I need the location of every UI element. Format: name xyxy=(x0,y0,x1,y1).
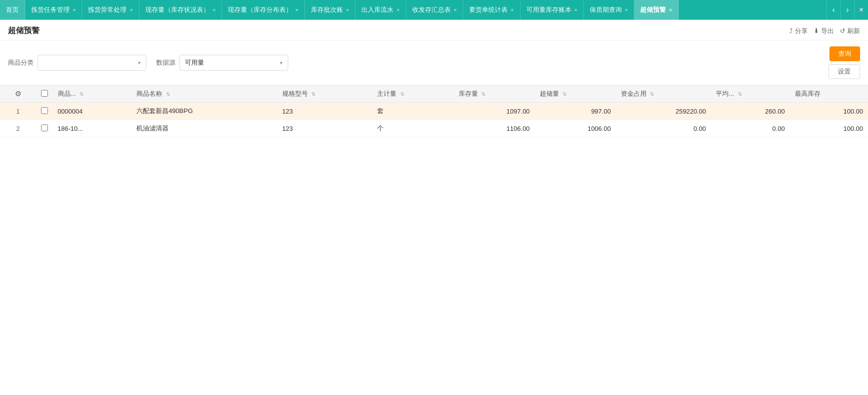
nav-item-home[interactable]: 首页 xyxy=(0,0,25,20)
category-select[interactable]: ▾ xyxy=(38,55,146,71)
share-button[interactable]: ⤴ 分享 xyxy=(789,27,808,36)
close-icon[interactable]: × xyxy=(213,7,216,13)
page-header: 超储预警 ⤴ 分享 ⬇ 导出 ↺ 刷新 xyxy=(0,20,868,40)
row-avg: 260.00 xyxy=(711,103,789,120)
col-stock-header[interactable]: 库存量 ⇅ xyxy=(454,85,535,103)
row-settings-cell: 1 xyxy=(0,103,36,120)
close-icon[interactable]: × xyxy=(625,7,628,13)
refresh-button[interactable]: ↺ 刷新 xyxy=(840,27,860,36)
nav-arrows: ‹ › × xyxy=(826,0,868,20)
close-icon[interactable]: × xyxy=(346,7,349,13)
category-label: 商品分类 xyxy=(8,58,34,67)
row-product-code: 186-10... xyxy=(53,120,131,137)
nav-item-exception[interactable]: 拣货异常处理 × xyxy=(82,0,139,20)
datasource-value: 可用量 xyxy=(185,58,204,67)
datasource-select[interactable]: 可用量 ▾ xyxy=(179,55,288,71)
refresh-icon: ↺ xyxy=(840,27,845,35)
col-overstock-header[interactable]: 超储量 ⇅ xyxy=(535,85,616,103)
sort-icon: ⇅ xyxy=(650,91,654,97)
row-max-stock: 100.00 xyxy=(790,103,868,120)
table-container: ⚙ 商品... ⇅ 商品名称 ⇅ 规格型号 ⇅ 主计量 xyxy=(0,85,868,137)
sort-icon: ⇅ xyxy=(80,91,84,97)
table-header-row: ⚙ 商品... ⇅ 商品名称 ⇅ 规格型号 ⇅ 主计量 xyxy=(0,85,868,103)
category-filter-group: 商品分类 ▾ xyxy=(8,55,146,71)
sort-icon: ⇅ xyxy=(738,91,742,97)
nav-item-task[interactable]: 拣货任务管理 × xyxy=(25,0,82,20)
row-max-stock: 100.00 xyxy=(790,120,868,137)
nav-next-button[interactable]: › xyxy=(840,0,854,20)
nav-item-stock-dist[interactable]: 现存量（库存分布表） × xyxy=(222,0,304,20)
query-button[interactable]: 查询 xyxy=(829,46,860,61)
page-actions: ⤴ 分享 ⬇ 导出 ↺ 刷新 xyxy=(789,27,860,36)
export-button[interactable]: ⬇ 导出 xyxy=(814,27,834,36)
datasource-label: 数据源 xyxy=(156,58,175,67)
col-settings-header[interactable]: ⚙ xyxy=(0,85,36,103)
select-all-checkbox[interactable] xyxy=(41,90,48,97)
datasource-filter-group: 数据源 可用量 ▾ xyxy=(156,55,288,71)
table-row: 2 186-10... 机油滤清器 123 个 1106.00 1006.00 … xyxy=(0,120,868,137)
nav-item-available[interactable]: 可用量库存账本 × xyxy=(521,0,584,20)
row-stock: 1097.00 xyxy=(454,103,535,120)
row-capital: 259220.00 xyxy=(616,103,711,120)
close-icon[interactable]: × xyxy=(511,7,514,13)
col-unit-header[interactable]: 主计量 ⇅ xyxy=(372,85,453,103)
nav-item-order-stats[interactable]: 要货单统计表 × xyxy=(463,0,520,20)
close-icon[interactable]: × xyxy=(396,7,399,13)
nav-bar: 首页 拣货任务管理 × 拣货异常处理 × 现存量（库存状况表） × 现存量（库存… xyxy=(0,0,868,20)
col-product-name-header[interactable]: 商品名称 ⇅ xyxy=(131,85,277,103)
nav-item-expiry[interactable]: 保质期查询 × xyxy=(584,0,634,20)
data-table: ⚙ 商品... ⇅ 商品名称 ⇅ 规格型号 ⇅ 主计量 xyxy=(0,85,868,137)
sort-icon: ⇅ xyxy=(400,91,404,97)
nav-item-batch[interactable]: 库存批次账 × xyxy=(305,0,355,20)
settings-button[interactable]: 设置 xyxy=(828,64,860,79)
close-icon[interactable]: × xyxy=(454,7,457,13)
row-checkbox[interactable] xyxy=(41,107,48,114)
nav-close-button[interactable]: × xyxy=(854,0,868,20)
col-product-code-header[interactable]: 商品... ⇅ xyxy=(53,85,131,103)
row-capital: 0.00 xyxy=(616,120,711,137)
gear-icon[interactable]: ⚙ xyxy=(15,89,21,98)
row-avg: 0.00 xyxy=(711,120,789,137)
row-spec: 123 xyxy=(277,120,373,137)
filter-buttons: 查询 设置 xyxy=(828,46,860,79)
row-product-name: 机油滤清器 xyxy=(131,120,277,137)
row-product-code: 0000004 xyxy=(53,103,131,120)
row-spec: 123 xyxy=(277,103,373,120)
close-icon[interactable]: × xyxy=(130,7,132,13)
row-checkbox-cell[interactable] xyxy=(36,120,53,137)
share-icon: ⤴ xyxy=(789,27,793,35)
col-max-stock-header[interactable]: 最高库存 xyxy=(790,85,868,103)
col-avg-header[interactable]: 平均... ⇅ xyxy=(711,85,789,103)
page-title: 超储预警 xyxy=(8,26,40,36)
sort-icon: ⇅ xyxy=(481,91,485,97)
col-spec-header[interactable]: 规格型号 ⇅ xyxy=(277,85,373,103)
chevron-down-icon: ▾ xyxy=(138,60,141,66)
row-checkbox[interactable] xyxy=(41,124,48,131)
chevron-down-icon: ▾ xyxy=(280,60,283,66)
col-checkbox-header[interactable] xyxy=(36,85,53,103)
close-icon[interactable]: × xyxy=(669,7,672,13)
table-row: 1 0000004 六配套新昌490BPG 123 套 1097.00 997.… xyxy=(0,103,868,120)
row-overstock: 1006.00 xyxy=(535,120,616,137)
row-settings-cell: 2 xyxy=(0,120,36,137)
row-product-name: 六配套新昌490BPG xyxy=(131,103,277,120)
close-icon[interactable]: × xyxy=(295,7,298,13)
sort-icon: ⇅ xyxy=(166,91,170,97)
close-icon[interactable]: × xyxy=(73,7,76,13)
row-unit: 个 xyxy=(372,120,453,137)
export-icon: ⬇ xyxy=(814,27,819,35)
row-overstock: 997.00 xyxy=(535,103,616,120)
nav-item-stock-status[interactable]: 现存量（库存状况表） × xyxy=(139,0,222,20)
close-icon[interactable]: × xyxy=(574,7,577,13)
row-unit: 套 xyxy=(372,103,453,120)
filter-area: 商品分类 ▾ 数据源 可用量 ▾ 查询 设置 xyxy=(0,40,868,85)
nav-prev-button[interactable]: ‹ xyxy=(826,0,840,20)
col-capital-header[interactable]: 资金占用 ⇅ xyxy=(616,85,711,103)
nav-item-flow[interactable]: 出入库流水 × xyxy=(355,0,406,20)
sort-icon: ⇅ xyxy=(563,91,566,97)
sort-icon: ⇅ xyxy=(311,91,315,97)
row-checkbox-cell[interactable] xyxy=(36,103,53,120)
row-stock: 1106.00 xyxy=(454,120,535,137)
nav-item-summary[interactable]: 收发存汇总表 × xyxy=(406,0,463,20)
nav-item-overstock[interactable]: 超储预警 × xyxy=(634,0,678,20)
